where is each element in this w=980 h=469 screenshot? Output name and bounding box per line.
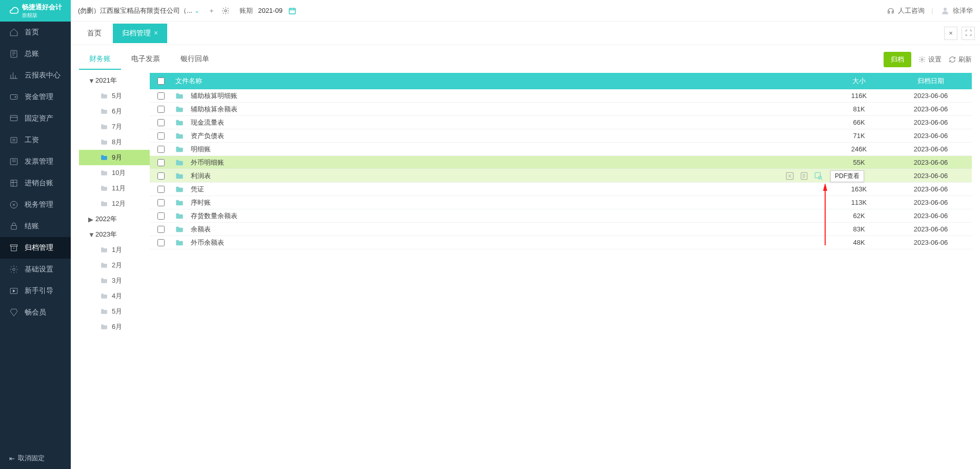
row-checkbox[interactable]	[157, 212, 165, 220]
file-date: 2023-06-06	[890, 185, 972, 193]
tree-month[interactable]: 8月	[79, 134, 150, 150]
table-row[interactable]: 外币明细账55K2023-06-06	[150, 156, 972, 169]
tree-month[interactable]: 10月	[79, 165, 150, 181]
sidebar-item-invoice[interactable]: 发票管理	[0, 151, 71, 172]
close-all-button[interactable]: ×	[944, 27, 957, 40]
file-date: 2023-06-06	[890, 92, 972, 100]
gear-icon	[222, 7, 230, 15]
sidebar-item-reports[interactable]: 云报表中心	[0, 65, 71, 86]
tab-archive[interactable]: 归档管理×	[113, 24, 167, 43]
row-checkbox[interactable]	[157, 132, 165, 140]
row-checkbox[interactable]	[157, 92, 165, 100]
table-row[interactable]: 辅助核算明细账116K2023-06-06	[150, 89, 972, 103]
calendar-icon[interactable]	[288, 6, 297, 15]
sidebar-item-label: 结账	[25, 222, 39, 231]
fullscreen-button[interactable]: ⛶	[962, 27, 975, 40]
file-size: 71K	[828, 132, 890, 140]
table-row[interactable]: 存货数量余额表62K2023-06-06	[150, 209, 972, 223]
subtab-bankslip[interactable]: 银行回单	[170, 49, 219, 70]
row-checkbox[interactable]	[157, 226, 165, 233]
sidebar-item-assets[interactable]: 固定资产	[0, 108, 71, 129]
sidebar-item-member[interactable]: 畅会员	[0, 302, 71, 323]
sidebar-item-salary[interactable]: 工资	[0, 129, 71, 151]
brand: 畅捷通好会计 旗舰版	[0, 0, 71, 22]
excel-icon[interactable]	[785, 171, 794, 181]
tree-month[interactable]: 4月	[79, 288, 150, 304]
company-selector[interactable]: (勿删）江西服宝精品有限责任公司（...⌄	[78, 6, 202, 15]
folder-icon	[175, 186, 184, 193]
tab-home[interactable]: 首页	[78, 24, 111, 43]
table-row[interactable]: 辅助核算余额表81K2023-06-06	[150, 103, 972, 116]
pdf-icon[interactable]	[799, 171, 809, 181]
archive-icon	[9, 243, 18, 252]
close-icon[interactable]: ×	[154, 29, 158, 37]
table-row[interactable]: 资产负债表71K2023-06-06	[150, 129, 972, 143]
sidebar-item-home[interactable]: 首页	[0, 22, 71, 43]
file-date: 2023-06-06	[890, 239, 972, 246]
tree-month[interactable]: 7月	[79, 119, 150, 134]
tree-month[interactable]: 1月	[79, 242, 150, 258]
tree-month[interactable]: 9月	[79, 150, 150, 165]
table-row[interactable]: 现金流量表66K2023-06-06	[150, 116, 972, 129]
settings-link[interactable]: 设置	[918, 55, 942, 64]
tree-month[interactable]: 11月	[79, 181, 150, 196]
sidebar-item-ledger[interactable]: 总账	[0, 43, 71, 65]
sidebar-item-tax[interactable]: 税务管理	[0, 194, 71, 216]
row-checkbox[interactable]	[157, 172, 165, 180]
period-value[interactable]: 2021-09	[258, 7, 283, 14]
refresh-link[interactable]: 刷新	[949, 55, 972, 64]
sidebar-item-close[interactable]: 结账	[0, 216, 71, 237]
table-row[interactable]: 明细账246K2023-06-06	[150, 143, 972, 156]
folder-icon	[101, 154, 108, 161]
topbar: (勿删）江西服宝精品有限责任公司（...⌄ ＋ 账期 2021-09 人工咨询 …	[71, 0, 980, 22]
table-row[interactable]: 外币余额表48K2023-06-06	[150, 236, 972, 249]
table-row[interactable]: 序时账113K2023-06-06	[150, 196, 972, 209]
tree-month[interactable]: 6月	[79, 104, 150, 119]
sidebar-unpin[interactable]: ⇤ 取消固定	[0, 447, 71, 469]
table-row[interactable]: 余额表83K2023-06-06	[150, 223, 972, 236]
sidebar-item-guide[interactable]: 新手引导	[0, 280, 71, 302]
svg-point-15	[921, 58, 923, 61]
tree-month[interactable]: 3月	[79, 273, 150, 288]
tree-month[interactable]: 5月	[79, 88, 150, 104]
tree-year[interactable]: ▶2022年	[79, 211, 150, 227]
sidebar-item-funds[interactable]: 资金管理	[0, 86, 71, 108]
caret-icon: ▼	[88, 231, 93, 239]
tree-month[interactable]: 2月	[79, 258, 150, 273]
row-checkbox[interactable]	[157, 239, 165, 246]
row-checkbox[interactable]	[157, 146, 165, 153]
row-checkbox[interactable]	[157, 186, 165, 193]
row-checkbox[interactable]	[157, 119, 165, 126]
file-name: 外币明细账	[191, 158, 224, 167]
row-checkbox[interactable]	[157, 159, 165, 166]
sidebar-item-settings[interactable]: 基础设置	[0, 259, 71, 280]
tree-month[interactable]: 12月	[79, 196, 150, 211]
folder-icon	[101, 278, 108, 284]
select-all-checkbox[interactable]	[157, 77, 165, 85]
archive-button[interactable]: 归档	[884, 52, 911, 67]
row-checkbox[interactable]	[157, 106, 165, 113]
svg-point-12	[225, 10, 227, 12]
tree-month[interactable]: 6月	[79, 319, 150, 335]
sidebar-item-archive[interactable]: 归档管理	[0, 237, 71, 259]
user-menu[interactable]: 徐泽华	[941, 6, 973, 15]
table-row[interactable]: 凭证163K2023-06-06	[150, 183, 972, 196]
add-button[interactable]: ＋	[207, 6, 216, 15]
subtab-einvoice[interactable]: 电子发票	[121, 49, 170, 70]
header-size: 大小	[828, 76, 890, 86]
svg-rect-8	[11, 226, 17, 230]
tree-year[interactable]: ▼2021年	[79, 73, 150, 88]
caret-icon: ▼	[88, 77, 93, 85]
table-row[interactable]: 利润表PDF查看2K2023-06-06	[150, 169, 972, 183]
consult-link[interactable]: 人工咨询	[887, 6, 925, 15]
pdf-view-icon[interactable]	[814, 171, 823, 181]
row-checkbox[interactable]	[157, 199, 165, 206]
year-tree: ▼2021年5月6月7月8月9月10月11月12月▶2022年▼2023年1月2…	[79, 73, 150, 461]
tree-year[interactable]: ▼2023年	[79, 227, 150, 242]
tree-month[interactable]: 5月	[79, 304, 150, 319]
subtab-finance[interactable]: 财务账	[79, 49, 121, 70]
sidebar-item-inventory[interactable]: 进销台账	[0, 172, 71, 194]
folder-icon	[175, 159, 184, 166]
sidebar-item-label: 畅会员	[25, 308, 46, 317]
settings-icon-btn[interactable]	[221, 6, 230, 15]
